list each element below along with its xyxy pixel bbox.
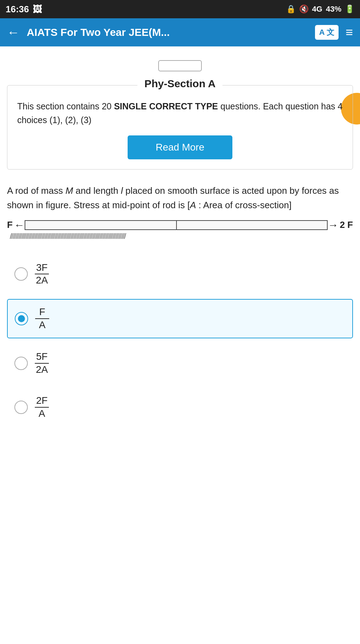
- option-1[interactable]: 3F 2A: [7, 255, 353, 294]
- lock-icon: 🔒: [286, 5, 296, 14]
- options-area: 3F 2A F A 5F 2A: [0, 248, 360, 439]
- question-area: A rod of mass M and length l placed on s…: [0, 177, 360, 248]
- radio-3[interactable]: [14, 357, 28, 370]
- fraction-1-num: 3F: [35, 262, 49, 275]
- fraction-3-den: 2A: [35, 364, 49, 375]
- radio-2-inner: [18, 315, 25, 322]
- radio-2[interactable]: [15, 312, 28, 325]
- fraction-3-num: 5F: [35, 351, 49, 364]
- translate-button[interactable]: A 文: [315, 25, 339, 40]
- status-photo-icon: 🖼: [33, 4, 42, 15]
- section-description: This section contains 20 SINGLE CORRECT …: [17, 100, 343, 127]
- rod-diagram: F ← → 2 F //////////////////////////////…: [7, 219, 353, 241]
- fraction-2-den: A: [35, 319, 49, 331]
- fraction-4: 2F A: [35, 395, 49, 419]
- back-button[interactable]: ←: [7, 25, 20, 40]
- status-bar: 16:36 🖼 🔒 🔇 4G 43% 🔋: [0, 0, 360, 18]
- option-2[interactable]: F A: [7, 299, 353, 338]
- top-button[interactable]: [158, 60, 202, 71]
- radio-4[interactable]: [14, 401, 28, 414]
- status-time: 16:36: [6, 4, 29, 15]
- option-1-content: 3F 2A: [35, 262, 49, 286]
- mute-icon: 🔇: [299, 5, 309, 14]
- fraction-3: 5F 2A: [35, 351, 49, 375]
- arrow-right-icon: →: [328, 219, 338, 231]
- signal-label: 4G: [312, 5, 322, 14]
- option-3-content: 5F 2A: [35, 351, 49, 375]
- fraction-4-num: 2F: [35, 395, 49, 408]
- force-left-label: F: [7, 219, 13, 230]
- fraction-2: F A: [35, 307, 49, 331]
- section-title: Phy-Section A: [144, 78, 216, 89]
- option-3[interactable]: 5F 2A: [7, 344, 353, 383]
- option-2-content: F A: [35, 307, 49, 331]
- status-left: 16:36 🖼: [6, 4, 42, 15]
- fraction-1-den: 2A: [35, 274, 49, 286]
- fraction-1: 3F 2A: [35, 262, 49, 286]
- option-4[interactable]: 2F A: [7, 388, 353, 427]
- menu-button[interactable]: ≡: [346, 25, 353, 40]
- rod-body: [25, 220, 328, 230]
- toolbar: ← AIATS For Two Year JEE(M... A 文 ≡: [0, 18, 360, 46]
- option-4-content: 2F A: [35, 395, 49, 419]
- rod-hatch: ////////////////////////////////////////…: [7, 232, 353, 241]
- read-more-button[interactable]: Read More: [128, 135, 233, 159]
- fraction-4-den: A: [35, 408, 49, 419]
- status-right: 🔒 🔇 4G 43% 🔋: [286, 5, 354, 14]
- toolbar-title: AIATS For Two Year JEE(M...: [27, 26, 308, 38]
- force-right-label: 2 F: [340, 219, 353, 230]
- rod-divider: [176, 221, 177, 229]
- translate-label: A 文: [319, 27, 334, 38]
- arrow-left-icon: ←: [14, 219, 25, 231]
- battery-label: 43%: [326, 5, 341, 14]
- top-area: [0, 46, 360, 82]
- fraction-2-num: F: [35, 307, 49, 319]
- question-text: A rod of mass M and length l placed on s…: [7, 184, 353, 213]
- battery-icon: 🔋: [345, 5, 354, 14]
- rod-row: F ← → 2 F: [7, 219, 353, 231]
- section-title-wrapper: Phy-Section A: [137, 78, 223, 90]
- radio-1[interactable]: [14, 267, 28, 281]
- section-container: Phy-Section A This section contains 20 S…: [7, 85, 353, 170]
